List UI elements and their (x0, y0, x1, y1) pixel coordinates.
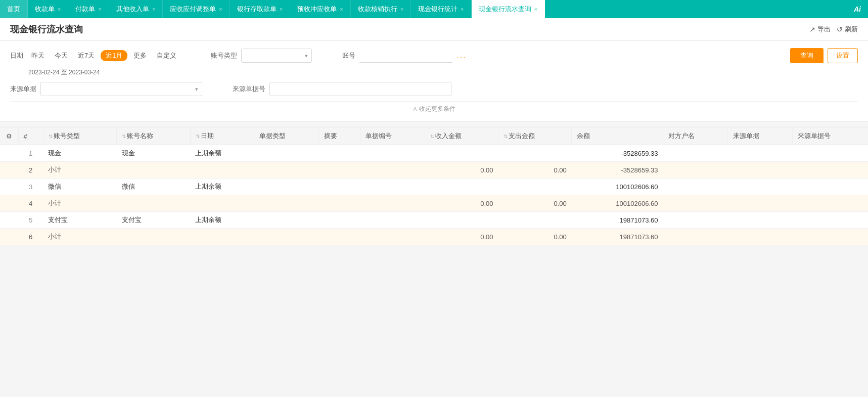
cell-summary (318, 195, 360, 212)
cell-source-doc-num (792, 212, 868, 229)
th-doc-num: 单据编号 (360, 127, 425, 145)
cell-summary (318, 212, 360, 229)
nav-tab-xianjinyinhang-stat[interactable]: 现金银行统计 × (411, 0, 471, 18)
refresh-icon: ↺ (837, 25, 843, 33)
cell-source-doc (727, 145, 792, 162)
nav-tab-shoukuanhexiao[interactable]: 收款核销执行 × (351, 0, 411, 18)
cell-income (425, 179, 498, 195)
collapse-bar[interactable]: ∧ 收起更多条件 (10, 101, 858, 116)
date-opt-yesterday[interactable]: 昨天 (27, 50, 49, 61)
nav-tab-yinhangcunqu[interactable]: 银行存取款单 × (230, 0, 290, 18)
date-opt-7days[interactable]: 近7天 (74, 50, 99, 61)
close-icon[interactable]: × (280, 6, 283, 12)
data-row: 1现金现金上期余额-3528659.33 (0, 145, 868, 162)
cell-balance: 100102606.60 (572, 179, 663, 195)
cell-balance: -3528659.33 (572, 162, 663, 179)
cell-expense: 0.00 (498, 229, 572, 245)
cell-index: 3 (18, 179, 43, 195)
nav-tab-shoukuandan[interactable]: 收款单 × (28, 0, 68, 18)
filter-area: 日期 昨天 今天 近7天 近1月 更多 自定义 账号类型 现金 微信 支付宝 (0, 41, 868, 122)
th-summary: 摘要 (318, 127, 360, 145)
cell-expense: 0.00 (498, 162, 572, 179)
account-type-select[interactable]: 现金 微信 支付宝 (241, 49, 312, 63)
cell-gear (0, 162, 18, 179)
nav-tab-liushui-query[interactable]: 现金银行流水查询 × (472, 0, 545, 18)
settings-button[interactable]: 设置 (828, 48, 858, 63)
th-index: # (18, 127, 43, 145)
date-opt-custom[interactable]: 自定义 (153, 50, 180, 61)
date-range-row: 2023-02-24 至 2023-03-24 (26, 68, 858, 77)
close-icon[interactable]: × (219, 6, 222, 12)
cell-balance: 19871073.60 (572, 212, 663, 229)
cell-account-name: 微信 (117, 179, 190, 195)
th-balance: 余额 (572, 127, 663, 145)
account-input[interactable] (359, 49, 452, 63)
th-date[interactable]: ⇅日期 (190, 127, 254, 145)
nav-tab-qitashouru[interactable]: 其他收入单 × (109, 0, 163, 18)
account-label: 账号 (342, 51, 355, 60)
cell-source-doc-num (792, 179, 868, 195)
nav-tab-label: 收款核销执行 (358, 5, 397, 14)
close-icon[interactable]: × (340, 6, 343, 12)
cell-source-doc-num (792, 145, 868, 162)
date-opt-1month[interactable]: 近1月 (101, 50, 127, 61)
close-icon[interactable]: × (98, 6, 101, 12)
query-button[interactable]: 查询 (790, 48, 824, 63)
close-icon[interactable]: × (534, 6, 537, 12)
source-doc-num-input[interactable] (269, 82, 451, 96)
header-actions: ↗ 导出 ↺ 刷新 (809, 25, 858, 34)
date-opt-today[interactable]: 今天 (51, 50, 72, 61)
date-filter-label: 日期 (10, 51, 23, 60)
cell-index: 6 (18, 229, 43, 245)
close-icon[interactable]: × (461, 6, 464, 12)
th-account-type[interactable]: ⇅账号类型 (43, 127, 116, 145)
close-icon[interactable]: × (400, 6, 403, 12)
cell-doc-type (254, 212, 318, 229)
account-type-select-wrapper: 现金 微信 支付宝 (241, 49, 312, 63)
cell-counterpart (663, 212, 727, 229)
cell-summary (318, 145, 360, 162)
cell-index: 1 (18, 145, 43, 162)
source-doc-label: 来源单据 (10, 84, 36, 94)
date-opt-more[interactable]: 更多 (129, 50, 151, 61)
th-doc-type: 单据类型 (254, 127, 318, 145)
ai-button[interactable]: Ai (847, 5, 868, 13)
filter-row-2: 来源单据 来源单据号 (10, 82, 858, 96)
cell-summary (318, 162, 360, 179)
cell-doc-type (254, 162, 318, 179)
cell-income (425, 145, 498, 162)
cell-doc-type (254, 179, 318, 195)
cell-doc-num (360, 212, 425, 229)
nav-tab-fukuandan[interactable]: 付款单 × (68, 0, 109, 18)
source-doc-select[interactable] (40, 82, 202, 96)
export-label: 导出 (817, 25, 831, 34)
cell-doc-type (254, 195, 318, 212)
th-gear[interactable]: ⚙ (0, 127, 18, 145)
cell-summary (318, 229, 360, 245)
cell-account-name: 支付宝 (117, 212, 190, 229)
th-income[interactable]: ⇅收入金额 (425, 127, 498, 145)
cell-gear (0, 229, 18, 245)
nav-tab-yushou[interactable]: 预收冲应收单 × (290, 0, 350, 18)
cell-account-type: 微信 (43, 179, 116, 195)
cell-source-doc-num (792, 229, 868, 245)
cell-counterpart (663, 145, 727, 162)
nav-tab-label: 银行存取款单 (237, 5, 277, 14)
th-expense[interactable]: ⇅支出金额 (498, 127, 572, 145)
cell-account-type: 支付宝 (43, 212, 116, 229)
refresh-button[interactable]: ↺ 刷新 (837, 25, 858, 34)
close-icon[interactable]: × (152, 6, 155, 12)
cell-balance: 100102606.60 (572, 195, 663, 212)
export-button[interactable]: ↗ 导出 (809, 25, 831, 34)
cell-income (425, 212, 498, 229)
page-header: 现金银行流水查询 ↗ 导出 ↺ 刷新 (0, 18, 868, 41)
nav-home[interactable]: 首页 (0, 0, 28, 18)
account-dots-button[interactable]: ... (456, 51, 466, 60)
cell-date: 上期余额 (190, 145, 254, 162)
nav-tab-yingshouyingfu[interactable]: 应收应付调整单 × (163, 0, 230, 18)
cell-account-type: 现金 (43, 145, 116, 162)
nav-tab-label: 付款单 (75, 5, 95, 14)
cell-balance: -3528659.33 (572, 145, 663, 162)
th-account-name[interactable]: ⇅账号名称 (117, 127, 190, 145)
close-icon[interactable]: × (58, 6, 61, 12)
